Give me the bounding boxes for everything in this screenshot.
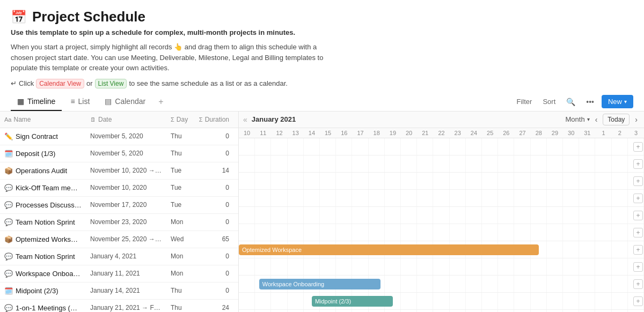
timeline-cell-1-21 xyxy=(579,155,595,172)
timeline-cell-10-22 xyxy=(595,310,611,313)
timeline-cell-5-7 xyxy=(352,224,368,241)
timeline-cell-10-0 xyxy=(239,310,255,313)
cell-date-0: November 5, 2020 xyxy=(86,130,166,142)
timeline-cell-7-20 xyxy=(563,258,579,275)
gantt-add-8[interactable]: + xyxy=(633,279,643,289)
list-view-badge[interactable]: List View xyxy=(95,79,127,88)
timeline-cell-3-2 xyxy=(271,190,287,206)
timeline-tab-icon: ▦ xyxy=(17,97,24,106)
timeline-cell-10-9 xyxy=(385,310,401,313)
tab-list[interactable]: ≡ List xyxy=(64,93,96,111)
cell-date-10: January 21, 2021 → Februa... xyxy=(86,302,166,312)
table-row[interactable]: 💬 Workspace Onboarding January 11, 2021 … xyxy=(0,265,238,283)
timeline-row-2[interactable]: + xyxy=(239,173,644,190)
next-month-button[interactable]: › xyxy=(633,114,640,125)
timeline-cell-10-7 xyxy=(352,310,368,313)
timeline-cell-6-23 xyxy=(612,241,628,258)
timeline-row-3[interactable]: + xyxy=(239,190,644,207)
gantt-add-7[interactable]: + xyxy=(633,262,643,272)
filter-button[interactable]: Filter xyxy=(514,95,536,108)
timeline-row-6[interactable]: Optemized Workspace+ xyxy=(239,241,644,258)
timeline-cell-4-19 xyxy=(547,207,563,224)
today-button[interactable]: Today xyxy=(603,114,630,125)
table-row[interactable]: 🗓️ Deposit (1/3) November 5, 2020 Thu 0 xyxy=(0,145,238,162)
cell-duration-0: 0 xyxy=(199,130,233,142)
col-day-header: Σ Day xyxy=(166,114,199,125)
gantt-bar-9[interactable]: Midpoint (2/3) xyxy=(312,296,393,307)
timeline-cell-10-10 xyxy=(401,310,417,313)
timeline-cell-2-11 xyxy=(417,173,433,189)
gantt-bar-6[interactable]: Optemized Workspace xyxy=(239,244,539,255)
timeline-cell-4-15 xyxy=(482,207,498,224)
more-button[interactable]: ••• xyxy=(583,95,597,108)
timeline-cell-3-18 xyxy=(531,190,547,206)
new-button[interactable]: New ▾ xyxy=(602,95,633,108)
table-row[interactable]: 💬 Processes Discussion November 17, 2020… xyxy=(0,197,238,214)
timeline-row-1[interactable]: + xyxy=(239,155,644,173)
timeline-cell-3-16 xyxy=(498,190,514,206)
timeline-cell-10-20 xyxy=(563,310,579,313)
timeline-row-4[interactable]: + xyxy=(239,207,644,224)
gantt-add-4[interactable]: + xyxy=(633,211,643,220)
gantt-add-3[interactable]: + xyxy=(633,194,643,203)
timeline-cell-1-15 xyxy=(482,155,498,172)
timeline-row-5[interactable]: + xyxy=(239,224,644,241)
timeline-cell-7-9 xyxy=(385,258,401,275)
timeline-cell-5-22 xyxy=(595,224,611,241)
gantt-add-5[interactable]: + xyxy=(633,228,643,237)
gantt-add-2[interactable]: + xyxy=(633,176,643,186)
calendar-view-badge[interactable]: Calendar View xyxy=(36,79,84,88)
collapse-left-icon[interactable]: « xyxy=(243,115,247,124)
date-cell-17: 27 xyxy=(514,128,530,138)
table-row[interactable]: 📦 Optemized Workspace November 25, 2020 … xyxy=(0,231,238,248)
gantt-bar-8[interactable]: Workspace Onboarding xyxy=(259,279,381,289)
table-row[interactable]: 💬 Kick-Off Team meeting November 10, 202… xyxy=(0,180,238,197)
search-button[interactable]: 🔍 xyxy=(563,95,579,108)
table-row[interactable]: 🗓️ Midpoint (2/3) January 14, 2021 Thu 0 xyxy=(0,283,238,300)
timeline-cell-4-4 xyxy=(304,207,320,224)
table-row[interactable]: 💬 1-on-1 Meetings (multip January 21, 20… xyxy=(0,300,238,313)
timeline-cell-5-23 xyxy=(612,224,628,241)
cell-duration-3: 0 xyxy=(199,182,233,194)
row-label-2: Operations Audit xyxy=(16,167,67,175)
gantt-add-6[interactable]: + xyxy=(633,245,643,255)
timeline-row-9[interactable]: Midpoint (2/3)+ xyxy=(239,293,644,310)
timeline-cell-2-2 xyxy=(271,173,287,189)
gantt-add-9[interactable]: + xyxy=(633,296,643,306)
table-row[interactable]: ✏️ Sign Contract November 5, 2020 Thu 0 xyxy=(0,128,238,145)
timeline-cell-10-24 xyxy=(628,310,644,313)
timeline-cell-1-22 xyxy=(595,155,611,172)
table-row[interactable]: 💬 Team Notion Sprint January 4, 2021 Mon… xyxy=(0,248,238,265)
timeline-dates: 1011121314151617181920212223242526272829… xyxy=(239,128,644,138)
timeline-cell-2-16 xyxy=(498,173,514,189)
timeline-cell-10-17 xyxy=(514,310,530,313)
prev-month-button[interactable]: ‹ xyxy=(593,114,600,125)
tab-calendar[interactable]: ▤ Calendar xyxy=(98,93,152,111)
add-tab-button[interactable]: + xyxy=(154,93,167,111)
header-title-row: 📅 Project Schedule xyxy=(11,9,633,25)
gantt-add-1[interactable]: + xyxy=(633,159,643,169)
timeline-row-8[interactable]: Workspace Onboarding+ xyxy=(239,276,644,293)
timeline-cell-5-14 xyxy=(466,224,482,241)
timeline-cell-3-14 xyxy=(466,190,482,206)
gantt-add-0[interactable]: + xyxy=(633,142,643,152)
timeline-cell-1-14 xyxy=(466,155,482,172)
timeline-cell-9-3 xyxy=(288,293,304,309)
timeline-row-10[interactable]: 1-on-1 Meetings (multiple)+ xyxy=(239,310,644,313)
timeline-cell-7-10 xyxy=(401,258,417,275)
timeline-cell-2-20 xyxy=(563,173,579,189)
month-selector[interactable]: Month ▾ xyxy=(565,115,589,123)
cell-day-6: Wed xyxy=(166,233,199,245)
timeline-cell-5-10 xyxy=(401,224,417,241)
timeline-row-0[interactable]: + xyxy=(239,138,644,155)
tab-timeline[interactable]: ▦ Timeline xyxy=(11,93,62,111)
timeline-cell-4-18 xyxy=(531,207,547,224)
table-row[interactable]: 📦 Operations Audit November 10, 2020 → N… xyxy=(0,162,238,180)
table-row[interactable]: 💬 Team Notion Sprint November 23, 2020 M… xyxy=(0,214,238,231)
timeline-cell-3-6 xyxy=(336,190,352,206)
timeline-row-7[interactable]: + xyxy=(239,258,644,276)
timeline-cell-0-9 xyxy=(385,138,401,155)
timeline-cell-0-13 xyxy=(450,138,466,155)
timeline-cell-1-11 xyxy=(417,155,433,172)
sort-button[interactable]: Sort xyxy=(539,95,559,108)
